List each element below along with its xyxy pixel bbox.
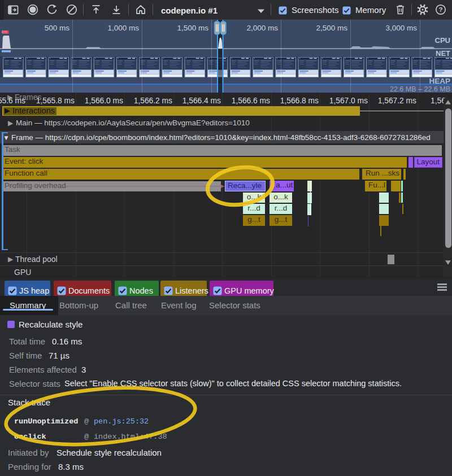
svg-text:1,500 ms: 1,500 ms [177,24,208,32]
svg-text:22.6 MB – 22.6 MB: 22.6 MB – 22.6 MB [390,85,450,93]
svg-text:1,000 ms: 1,000 ms [107,24,139,32]
svg-text:HEAP: HEAP [429,77,450,85]
svg-text:3,000 ms: 3,000 ms [385,24,417,32]
svg-text:CPU: CPU [435,36,450,45]
svg-text:?: ? [438,6,442,13]
svg-text:500 ms: 500 ms [45,24,70,32]
svg-text:2,000 ms: 2,000 ms [246,24,278,32]
svg-text:NET: NET [436,49,450,58]
svg-text:2,500 ms: 2,500 ms [316,24,347,32]
